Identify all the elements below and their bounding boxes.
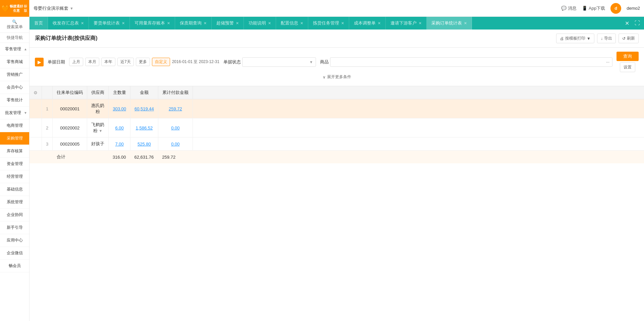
filter-area: ▶ 单据日期 上月 本月 本年 近7天 更多 自定义 2016-01-01 至 … [30, 48, 644, 86]
more-icon[interactable]: ··· [606, 60, 609, 64]
tab-over-stock[interactable]: 超储预警 ✕ [212, 17, 244, 30]
th-supplier-name: 供应商 [87, 86, 109, 99]
row-amount[interactable]: 525.80 [130, 138, 158, 151]
row-seq: 3 [42, 138, 53, 151]
sidebar-item-retail-stat[interactable]: 零售统计 [0, 94, 29, 107]
template-print-button[interactable]: 🖨 按模板打印 ▼ [556, 34, 594, 43]
app-download-button[interactable]: 📱 App下载 [582, 5, 605, 11]
user-avatar[interactable]: d [610, 3, 621, 14]
sidebar-quick-nav[interactable]: 快捷导航 [0, 33, 29, 43]
row-supplier-name: 飞鹤奶粉 ▼ [87, 118, 109, 138]
tab-expiry-query[interactable]: 保质期查询 ✕ [175, 17, 212, 30]
date-this-year-button[interactable]: 本年 [101, 58, 115, 66]
tab-home-label: 首页 [34, 20, 43, 26]
sidebar-item-operation[interactable]: 经营管理 [0, 170, 29, 183]
row-paid-amount[interactable]: 0.00 [158, 138, 193, 151]
row-qty[interactable]: 6.00 [109, 118, 130, 138]
tab-close-icon[interactable]: ✕ [122, 21, 125, 25]
tab-purchase-summary-label: 采购订单统计表 [431, 20, 462, 26]
expand-more-button[interactable]: ∨ 展开更多条件 [35, 72, 639, 82]
tab-receive-send[interactable]: 收发存汇总表 ✕ [48, 17, 89, 30]
status-filter-label: 单据状态 [223, 59, 241, 65]
tab-close-icon[interactable]: ✕ [236, 21, 239, 25]
th-qty: 主数量 [109, 86, 130, 99]
th-supplier-code: 往来单位编码 [53, 86, 87, 99]
date-last-month-button[interactable]: 上月 [69, 58, 83, 66]
tab-invite-label: 邀请下游客户 [390, 20, 417, 26]
sidebar-item-purchase[interactable]: 采购管理 [0, 132, 29, 145]
sidebar-item-inventory[interactable]: 库存核算 [0, 145, 29, 158]
sidebar-item-batch[interactable]: 批发管理 ▼ [0, 107, 29, 119]
workspace-selector[interactable]: 母婴行业演示账套 ▼ [34, 5, 73, 11]
tab-cost-adjust[interactable]: 成本调整单 ✕ [349, 17, 386, 30]
refresh-button[interactable]: ↺ 刷新 [619, 34, 639, 43]
tab-close-icon[interactable]: ✕ [268, 21, 271, 25]
tab-close-icon[interactable]: ✕ [300, 21, 303, 25]
message-button[interactable]: 💬 消息 [561, 5, 577, 11]
user-label: demo2 [627, 6, 640, 11]
purchase-summary-table: ⚙ 往来单位编码 供应商 主数量 金额 累计付款金额 1 00020001 [30, 86, 644, 163]
footer-paid-amount-cell: 259.72 [158, 151, 193, 164]
row-supplier-code: 00020005 [53, 138, 87, 151]
filter-toggle-button[interactable]: ▶ [35, 58, 44, 66]
tab-purchase-summary[interactable]: 采购订单统计表 ✕ [427, 17, 472, 30]
sidebar-item-basic[interactable]: 基础信息 [0, 183, 29, 196]
row-qty[interactable]: 303.00 [109, 99, 130, 118]
app-logo: 🧡 畅捷通好生意 标版 [0, 0, 29, 17]
th-amount: 金额 [130, 86, 158, 99]
sidebar-item-enterprise[interactable]: 企业协同 [0, 209, 29, 221]
tab-close-icon[interactable]: ✕ [204, 21, 207, 25]
tab-config-info[interactable]: 配置信息 ✕ [276, 17, 308, 30]
goods-input[interactable]: ··· [330, 57, 612, 67]
row-amount[interactable]: 1,586.52 [130, 118, 158, 138]
row-supplier-code: 00020001 [53, 99, 87, 118]
sidebar-item-marketing[interactable]: 营销推广 [0, 68, 29, 81]
date-7days-button[interactable]: 近7天 [117, 58, 134, 66]
status-select[interactable]: ▼ [242, 57, 316, 67]
table-row: 2 00020002 飞鹤奶粉 ▼ 6.00 1,586.52 0.00 [30, 118, 644, 138]
footer-qty-cell: 316.00 [109, 151, 130, 164]
tab-close-icon[interactable]: ✕ [378, 21, 381, 25]
tab-func-desc[interactable]: 功能说明 ✕ [244, 17, 276, 30]
settings-button[interactable]: 设置 [620, 62, 635, 72]
tab-invite-downstream[interactable]: 邀请下游客户 ✕ [386, 17, 427, 30]
tab-close-icon[interactable]: ✕ [464, 21, 467, 25]
sidebar-item-vip[interactable]: 畅会员 [0, 260, 29, 272]
row-paid-amount[interactable]: 259.72 [158, 99, 193, 118]
row-amount[interactable]: 60,519.44 [130, 99, 158, 118]
sidebar-item-retail[interactable]: 零售管理 ▲ [0, 43, 29, 56]
sidebar-item-wechat[interactable]: 企业微信 [0, 247, 29, 260]
sidebar-item-system[interactable]: 系统管理 [0, 196, 29, 209]
tab-close-all-button[interactable]: ✕ [624, 19, 631, 27]
date-custom-tag[interactable]: 自定义 [152, 58, 170, 66]
search-button[interactable]: 查询 [616, 52, 639, 61]
row-qty[interactable]: 7.00 [109, 138, 130, 151]
sidebar-item-member[interactable]: 会员中心 [0, 81, 29, 94]
page-header-actions: 🖨 按模板打印 ▼ ↓ 导出 ↺ 刷新 [556, 34, 639, 47]
sidebar-item-ecommerce[interactable]: 电商管理 [0, 119, 29, 132]
tab-pick-task[interactable]: 拣货任务管理 ✕ [308, 17, 349, 30]
sidebar-item-finance[interactable]: 资金管理 [0, 158, 29, 170]
chevron-down-icon: ▼ [70, 6, 73, 10]
sidebar-item-retail-shop[interactable]: 零售商城 [0, 56, 29, 68]
tab-purchase-goods[interactable]: 要货单统计表 ✕ [89, 17, 130, 30]
sidebar-search[interactable]: 🔍 搜索菜单 [0, 17, 29, 33]
th-settings[interactable]: ⚙ [30, 86, 42, 99]
footer-amount-cell: 62,631.76 [130, 151, 158, 164]
row-paid-amount[interactable]: 0.00 [158, 118, 193, 138]
tab-available-stock[interactable]: 可用量库存账本 ✕ [130, 17, 175, 30]
date-this-month-button[interactable]: 本月 [85, 58, 99, 66]
sidebar-item-newguide[interactable]: 新手引导 [0, 221, 29, 234]
tab-expand-button[interactable]: ⛶ [633, 19, 641, 27]
date-more-button[interactable]: 更多 [136, 58, 150, 66]
tab-home[interactable]: 首页 [30, 17, 48, 30]
date-filter-label: 单据日期 [48, 59, 65, 65]
sidebar-item-appcenter[interactable]: 应用中心 [0, 234, 29, 247]
export-button[interactable]: ↓ 导出 [597, 34, 616, 43]
tab-close-icon[interactable]: ✕ [81, 21, 84, 25]
tab-close-icon[interactable]: ✕ [341, 21, 344, 25]
status-filter: 单据状态 ▼ [223, 57, 316, 67]
settings-icon[interactable]: ⚙ [34, 90, 38, 95]
tab-close-icon[interactable]: ✕ [167, 21, 170, 25]
tab-close-icon[interactable]: ✕ [419, 21, 422, 25]
